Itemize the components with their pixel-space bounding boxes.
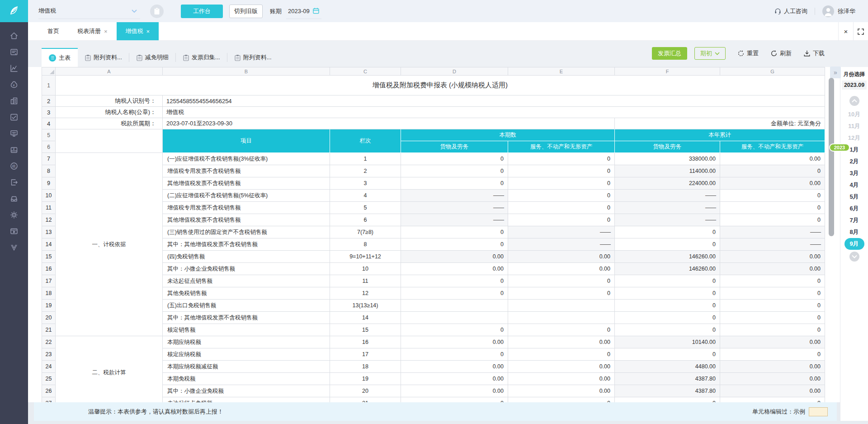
cell-value[interactable] (508, 312, 615, 324)
cell-item[interactable]: 本期应纳税额 (163, 336, 330, 348)
cell-value[interactable]: —— (720, 226, 825, 238)
month-item-5月[interactable]: 5月 (840, 191, 868, 203)
cell-value[interactable]: —— (401, 214, 508, 226)
cell-value[interactable]: 0 (401, 165, 508, 177)
month-item-8月[interactable]: 8月 (840, 226, 868, 238)
cell-value[interactable]: 0 (401, 226, 508, 238)
cell-value[interactable]: 0.00 (508, 336, 615, 348)
cell-value[interactable]: 0 (508, 397, 615, 403)
invoice-icon[interactable]: ¥ (6, 44, 22, 60)
cell-item[interactable]: (五)出口免税销售额 (163, 300, 330, 312)
cell-value[interactable]: 114000.00 (615, 165, 720, 177)
cell-value[interactable]: 0 (508, 190, 615, 202)
cell-value[interactable]: 0 (508, 177, 615, 190)
switch-old-version-button[interactable]: 切到旧版 (229, 5, 263, 18)
fullscreen-icon[interactable] (853, 22, 868, 41)
inbox-icon[interactable] (6, 191, 22, 207)
subtab-4[interactable]: 附列资料... (227, 48, 279, 67)
reset-button[interactable]: 重置 (737, 49, 759, 57)
cell-value[interactable]: 0.00 (720, 361, 825, 373)
cell-value[interactable]: 0.00 (508, 385, 615, 397)
cell-value[interactable]: 0.00 (720, 177, 825, 190)
cell-value[interactable]: 0 (401, 348, 508, 361)
taxpayer-name-value[interactable]: 增值税 (163, 107, 825, 118)
cell-value[interactable]: 0.00 (508, 373, 615, 385)
v-logo-icon[interactable] (6, 239, 22, 256)
cell-item[interactable]: 其中：其他增值税发票不含税销售额 (163, 238, 330, 251)
cell-value[interactable]: 0.00 (720, 385, 825, 397)
scroll-down-button[interactable] (849, 252, 859, 262)
video-icon[interactable] (6, 223, 22, 239)
cell-value[interactable]: —— (615, 190, 720, 202)
home-icon[interactable] (6, 28, 22, 44)
tab-税表清册[interactable]: 税表清册× (68, 22, 117, 40)
invoice-summary-button[interactable]: 发票汇总 (652, 47, 687, 60)
cell-value[interactable]: 0 (720, 190, 825, 202)
cell-col[interactable]: 20 (330, 385, 401, 397)
cell-value[interactable]: 0 (508, 214, 615, 226)
cell-value[interactable]: 4387.80 (615, 373, 720, 385)
subtab-1[interactable]: 附列资料... (78, 48, 129, 67)
chart-icon[interactable] (6, 60, 22, 76)
cell-item[interactable]: 未达起征点销售额 (163, 275, 330, 287)
refresh-button[interactable]: 刷新 (770, 49, 792, 57)
cell-value[interactable]: —— (720, 238, 825, 251)
cell-value[interactable]: 0 (508, 348, 615, 361)
cell-value[interactable]: 0.00 (508, 251, 615, 263)
tab-首页[interactable]: 首页 (38, 22, 68, 40)
tab-增值税[interactable]: 增值税× (117, 22, 159, 40)
cell-item[interactable]: 其他增值税发票不含税销售额 (163, 214, 330, 226)
cell-col[interactable]: 6 (330, 214, 401, 226)
cell-item[interactable]: 核定应纳税额 (163, 348, 330, 361)
cell-value[interactable]: 0 (615, 238, 720, 251)
cell-col[interactable]: 10 (330, 263, 401, 275)
cell-item[interactable]: (二)应征增值税不含税销售额(5%征收率) (163, 190, 330, 202)
cell-value[interactable]: —— (401, 202, 508, 214)
cell-value[interactable]: 338000.00 (615, 153, 720, 165)
cell-item[interactable]: 未达起征点免税额 (163, 397, 330, 403)
cell-item[interactable]: 其中：其他增值税发票不含税销售额 (163, 312, 330, 324)
cell-value[interactable]: 0 (401, 153, 508, 165)
cell-value[interactable]: 10140.00 (615, 336, 720, 348)
cell-value[interactable]: 0 (720, 397, 825, 403)
cell-value[interactable]: 0 (615, 397, 720, 403)
cell-value[interactable]: 0 (720, 214, 825, 226)
cell-item[interactable]: 其他增值税发票不含税销售额 (163, 177, 330, 190)
cell-value[interactable]: 0 (720, 312, 825, 324)
cell-item[interactable]: 增值税专用发票不含税销售额 (163, 202, 330, 214)
cell-item[interactable]: (四)免税销售额 (163, 251, 330, 263)
subtab-3[interactable]: 发票归集... (176, 48, 227, 67)
cell-value[interactable]: 0 (720, 348, 825, 361)
cell-value[interactable]: 0 (615, 348, 720, 361)
cell-value[interactable]: 0 (401, 324, 508, 336)
workbench-button[interactable]: 工作台 (181, 5, 223, 18)
cell-col[interactable]: 19 (330, 373, 401, 385)
period-picker[interactable]: 2023-09 (286, 4, 321, 19)
cell-item[interactable]: 其中：小微企业免税销售额 (163, 263, 330, 275)
cell-value[interactable]: 224000.00 (615, 177, 720, 190)
app-logo[interactable] (0, 0, 28, 22)
cell-value[interactable]: 0 (401, 287, 508, 300)
month-item-4月[interactable]: 4月 (840, 179, 868, 191)
cell-value[interactable]: 0 (508, 165, 615, 177)
cell-value[interactable]: 0 (401, 275, 508, 287)
cell-value[interactable]: 0.00 (720, 263, 825, 275)
cell-col[interactable]: 8 (330, 238, 401, 251)
cashier-icon[interactable]: ¥ (6, 125, 22, 142)
cell-value[interactable]: 0 (615, 226, 720, 238)
tab-close-icon[interactable]: × (146, 28, 150, 35)
cell-value[interactable]: 0 (508, 202, 615, 214)
cell-value[interactable]: 0 (615, 300, 720, 312)
cell-item[interactable]: 其他免税销售额 (163, 287, 330, 300)
cell-value[interactable]: 0 (401, 397, 508, 403)
subtab-2[interactable]: 减免明细 (129, 48, 176, 67)
cell-value[interactable]: 0 (720, 275, 825, 287)
cell-value[interactable]: 0.00 (508, 263, 615, 275)
cell-col[interactable]: 21 (330, 397, 401, 403)
cell-value[interactable]: 0 (508, 324, 615, 336)
cell-value[interactable]: 0 (720, 300, 825, 312)
cell-item[interactable]: 其中：小微企业免税额 (163, 385, 330, 397)
scroll-up-button[interactable] (849, 96, 859, 106)
export-icon[interactable] (6, 174, 22, 191)
cell-col[interactable]: 17 (330, 348, 401, 361)
